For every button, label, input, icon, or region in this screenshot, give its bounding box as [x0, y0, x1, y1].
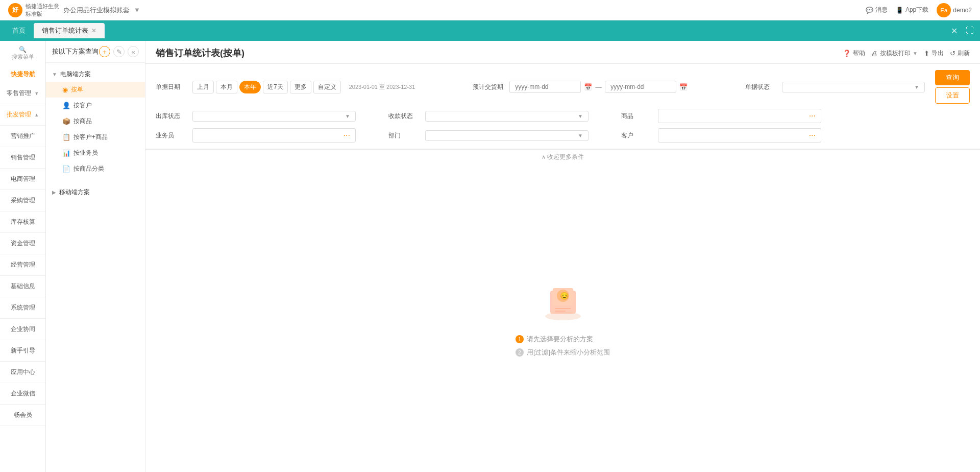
- date-btn-last-7[interactable]: 近7天: [263, 81, 288, 93]
- sidebar-item-purchase[interactable]: 采购管理: [0, 190, 45, 211]
- sidebar-item-finance[interactable]: 资金管理: [0, 233, 45, 254]
- date-btn-this-month[interactable]: 本月: [216, 81, 237, 93]
- payment-status-select[interactable]: ▼: [425, 111, 589, 122]
- salesperson-more-icon[interactable]: ···: [344, 131, 350, 140]
- calendar-from-icon[interactable]: 📅: [584, 83, 592, 91]
- sidebar-item-retail[interactable]: 零售管理: [0, 83, 45, 104]
- export-button[interactable]: ⬆ 导出: [924, 49, 944, 58]
- collapse-panel-button[interactable]: «: [128, 46, 139, 57]
- tree-parent-pc[interactable]: ▼ 电脑端方案: [46, 67, 145, 82]
- setting-button[interactable]: 设置: [935, 87, 970, 104]
- sidebar-quick-nav[interactable]: 快捷导航: [0, 66, 45, 83]
- app-download-button[interactable]: 📱 App下载: [896, 6, 928, 14]
- sidebar-item-system[interactable]: 系统管理: [0, 297, 45, 319]
- tab-bar: 首页 销售订单统计表 ✕ ✕ ⛶: [0, 20, 980, 41]
- filter-row-3: 业务员 ··· 部门 ▼ 客户 ···: [156, 128, 970, 143]
- tab-fullscreen-icon[interactable]: ⛶: [964, 24, 976, 38]
- download-icon: 📱: [896, 7, 903, 14]
- top-bar: 好 畅捷通好生意 标准版 办公用品行业模拟账套 ▼ 💬 消息 📱 App下载 E…: [0, 0, 980, 20]
- product-icon: 📦: [62, 117, 70, 125]
- tree-expand-icon: ▼: [52, 72, 57, 77]
- template-print-button[interactable]: 🖨 按模板打印 ▼: [871, 49, 918, 58]
- refresh-icon: ↺: [950, 50, 955, 57]
- tree-mobile-expand-icon: ▶: [52, 190, 56, 195]
- logo-text: 畅捷通好生意 标准版: [26, 3, 59, 17]
- empty-step-2: 2 用[过滤]条件来缩小分析范围: [516, 348, 610, 357]
- top-bar-title: 办公用品行业模拟账套: [63, 6, 130, 15]
- expected-delivery-to[interactable]: [605, 81, 676, 93]
- top-bar-left: 好 畅捷通好生意 标准版 办公用品行业模拟账套 ▼: [8, 3, 140, 17]
- print-icon: 🖨: [871, 50, 878, 57]
- left-panel: 按以下方案查询 + ✎ « ▼ 电脑端方案 ◉ 按单 👤 按客户: [46, 41, 145, 472]
- sidebar-item-apps[interactable]: 应用中心: [0, 362, 45, 383]
- help-icon: ❓: [843, 50, 851, 57]
- search-icon: 🔍: [19, 46, 27, 53]
- customer-icon: 👤: [62, 102, 70, 109]
- date-btn-more[interactable]: 更多: [290, 81, 311, 93]
- content-area: 按以下方案查询 + ✎ « ▼ 电脑端方案 ◉ 按单 👤 按客户: [46, 41, 980, 472]
- add-scheme-button[interactable]: +: [99, 46, 110, 57]
- sidebar-item-wholesale[interactable]: 批发管理: [0, 104, 45, 126]
- salesperson-select[interactable]: ···: [192, 128, 356, 143]
- product-more-icon[interactable]: ···: [809, 111, 816, 121]
- sidebar-item-corp[interactable]: 企业协同: [0, 319, 45, 340]
- delivery-status-select[interactable]: ▼: [192, 111, 356, 122]
- date-btn-this-year[interactable]: 本年: [239, 81, 261, 93]
- category-icon: 📄: [62, 165, 70, 173]
- payment-status-label: 收款状态: [388, 112, 419, 121]
- tab-home-label: 首页: [12, 26, 26, 35]
- edit-scheme-button[interactable]: ✎: [113, 46, 125, 57]
- collapse-button[interactable]: ∧ 收起更多条件: [145, 149, 980, 164]
- refresh-button[interactable]: ↺ 刷新: [950, 49, 970, 58]
- avatar: Ea: [937, 3, 951, 17]
- tree-item-by-salesperson[interactable]: 📊 按业务员: [46, 145, 145, 161]
- tab-home[interactable]: 首页: [4, 23, 34, 38]
- print-dropdown-icon[interactable]: ▼: [913, 51, 918, 56]
- date-btn-custom[interactable]: 自定义: [313, 81, 341, 93]
- tab-sales-order-label: 销售订单统计表: [42, 26, 88, 35]
- tree-item-by-cust-prod[interactable]: 📋 按客户+商品: [46, 129, 145, 145]
- message-button[interactable]: 💬 消息: [866, 6, 888, 14]
- tab-sales-order[interactable]: 销售订单统计表 ✕: [34, 23, 105, 38]
- sidebar-search[interactable]: 🔍 搜索菜单: [0, 41, 45, 66]
- sidebar-item-marketing[interactable]: 营销推广: [0, 126, 45, 147]
- sidebar-item-newbie[interactable]: 新手引导: [0, 340, 45, 362]
- expected-delivery-from[interactable]: [509, 81, 581, 93]
- dropdown-icon[interactable]: ▼: [134, 6, 140, 14]
- left-panel-actions: + ✎ «: [99, 46, 139, 57]
- salesperson-icon: 📊: [62, 149, 70, 157]
- sidebar-item-ecommerce[interactable]: 电商管理: [0, 169, 45, 190]
- tree-item-by-customer[interactable]: 👤 按客户: [46, 98, 145, 113]
- tab-close-all-icon[interactable]: ✕: [949, 24, 960, 38]
- tree-item-by-product[interactable]: 📦 按商品: [46, 113, 145, 129]
- user-area[interactable]: Ea demo2: [937, 3, 972, 17]
- salesperson-label: 业务员: [156, 131, 186, 140]
- department-label: 部门: [388, 131, 419, 140]
- status-select[interactable]: ▼: [782, 82, 925, 92]
- department-select[interactable]: ▼: [425, 130, 589, 141]
- tab-close-icon[interactable]: ✕: [91, 27, 96, 34]
- sidebar-item-member[interactable]: 畅会员: [0, 405, 45, 426]
- sidebar-item-sales[interactable]: 销售管理: [0, 147, 45, 169]
- tree-item-by-category[interactable]: 📄 按商品分类: [46, 161, 145, 177]
- date-btn-last-month[interactable]: 上月: [192, 81, 214, 93]
- query-button[interactable]: 查询: [935, 70, 970, 85]
- empty-step-1: 1 请先选择要分析的方案: [516, 335, 610, 344]
- filter-row-2: 出库状态 ▼ 收款状态 ▼ 商品 ···: [156, 109, 970, 123]
- calendar-to-icon[interactable]: 📅: [679, 83, 688, 91]
- payment-status-dropdown-icon: ▼: [578, 113, 583, 119]
- delivery-status-label: 出库状态: [156, 112, 186, 121]
- sidebar-item-wechat[interactable]: 企业微信: [0, 383, 45, 405]
- tree-parent-mobile[interactable]: ▶ 移动端方案: [46, 185, 145, 200]
- sidebar-item-basic[interactable]: 基础信息: [0, 276, 45, 297]
- action-buttons: 查询 设置: [935, 70, 970, 104]
- tree-item-by-order[interactable]: ◉ 按单: [46, 82, 145, 98]
- customer-more-icon[interactable]: ···: [809, 131, 816, 140]
- help-button[interactable]: ❓ 帮助: [843, 49, 865, 58]
- page-header: 销售订单统计表(按单) ❓ 帮助 🖨 按模板打印 ▼ ⬆ 导出: [145, 41, 980, 64]
- sidebar-item-inventory[interactable]: 库存核算: [0, 211, 45, 233]
- tab-bar-actions: ✕ ⛶: [949, 24, 976, 38]
- product-select[interactable]: ···: [658, 109, 821, 123]
- customer-select[interactable]: ···: [658, 128, 821, 143]
- sidebar-item-operations[interactable]: 经营管理: [0, 254, 45, 276]
